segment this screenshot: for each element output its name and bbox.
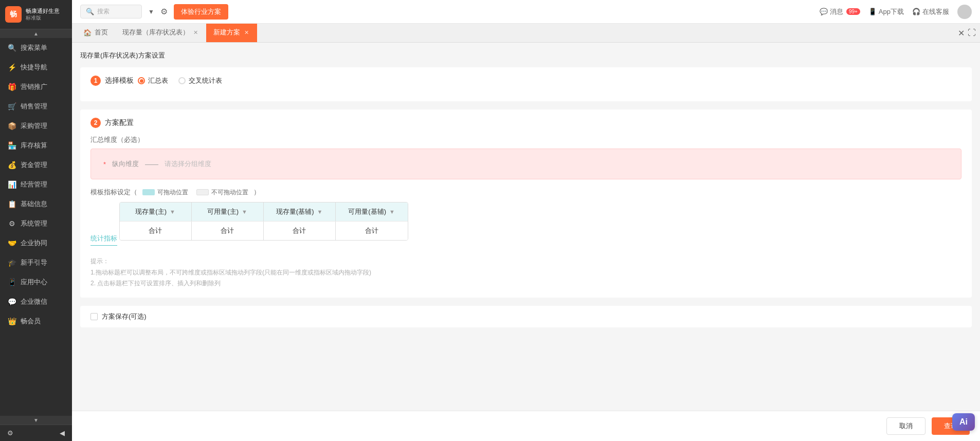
- stats-col-1[interactable]: 可用量(主) ▼: [192, 203, 264, 221]
- tab-expand-icon[interactable]: ⛶: [968, 28, 976, 38]
- sidebar-item-sales[interactable]: 🛒 销售管理: [0, 97, 72, 116]
- step2-title: 方案配置: [105, 118, 134, 127]
- step1-title: 选择模板: [105, 76, 134, 85]
- trial-btn[interactable]: 体验行业方案: [174, 4, 228, 20]
- messages-btn[interactable]: 💬 消息 99+: [820, 7, 860, 16]
- topbar-dropdown-btn[interactable]: ▼: [148, 8, 154, 15]
- radio-summary-label: 汇总表: [148, 76, 168, 85]
- stats-data-row: 合计 合计 合计 合计: [120, 221, 408, 240]
- radio-cross-circle: [178, 77, 186, 84]
- sidebar-icon-wechat: 💬: [7, 297, 16, 306]
- sidebar-label-guide: 新手引导: [21, 258, 47, 267]
- sidebar-footer: ⚙ ◀: [0, 425, 72, 441]
- sidebar-item-system[interactable]: ⚙ 系统管理: [0, 214, 72, 233]
- stats-col-2-label: 现存量(基辅): [276, 207, 314, 216]
- sidebar-item-operation[interactable]: 📊 经营管理: [0, 175, 72, 194]
- ai-button[interactable]: Ai: [952, 413, 975, 431]
- stats-header-row: 现存量(主) ▼ 可用量(主) ▼ 现存量(基辅) ▼: [120, 203, 408, 221]
- indicator-label-close: ）: [253, 188, 260, 197]
- sidebar-label-marketing: 营销推广: [21, 82, 47, 91]
- sidebar-scroll-up[interactable]: ▲: [0, 29, 72, 38]
- indicator-label-text: 模板指标设定（: [90, 188, 137, 197]
- topbar-search-box[interactable]: 🔍 搜索: [80, 5, 142, 19]
- sidebar-icon-sales: 🛒: [7, 102, 16, 111]
- app-download-btn[interactable]: 📱 App下载: [868, 7, 904, 16]
- tab-new-scheme-close-icon[interactable]: ✕: [243, 29, 250, 36]
- stats-data-0-value: 合计: [149, 226, 162, 235]
- separator: ——: [145, 160, 158, 168]
- radio-summary[interactable]: 汇总表: [138, 76, 168, 85]
- sidebar-icon-guide: 🎓: [7, 258, 16, 267]
- sidebar-icon-contract: 🤝: [7, 238, 16, 248]
- dimension-box[interactable]: * 纵向维度 —— 请选择分组维度: [90, 149, 961, 179]
- sidebar-label-sales: 销售管理: [21, 102, 47, 111]
- stats-table: 现存量(主) ▼ 可用量(主) ▼ 现存量(基辅) ▼: [119, 202, 408, 241]
- cancel-button[interactable]: 取消: [886, 417, 925, 435]
- stats-col-3[interactable]: 可用量(基辅) ▼: [336, 203, 408, 221]
- tab-new-scheme[interactable]: 新建方案 ✕: [206, 24, 257, 42]
- sidebar-item-guide[interactable]: 🎓 新手引导: [0, 253, 72, 272]
- sidebar-item-purchase[interactable]: 📦 采购管理: [0, 116, 72, 136]
- save-checkbox[interactable]: [90, 313, 98, 320]
- topbar-gear-icon[interactable]: ⚙: [160, 7, 168, 16]
- tabs-right-controls: ✕ ⛶: [958, 28, 976, 38]
- sidebar-item-quick-nav[interactable]: ⚡ 快捷导航: [0, 58, 72, 77]
- stats-col-1-dropdown[interactable]: ▼: [242, 209, 247, 215]
- stats-col-1-label: 可用量(主): [207, 207, 239, 216]
- sidebar-label-search: 搜索菜单: [21, 43, 47, 52]
- sidebar-icon-search: 🔍: [7, 43, 16, 52]
- sidebar-item-finance[interactable]: 💰 资金管理: [0, 155, 72, 175]
- sidebar-icon-inventory: 🏪: [7, 141, 16, 150]
- tab-home[interactable]: 🏠 首页: [76, 24, 115, 42]
- legend-draggable-label: 可拖动位置: [157, 188, 188, 197]
- sidebar-item-basic[interactable]: 📋 基础信息: [0, 194, 72, 214]
- messages-badge: 99+: [846, 8, 860, 15]
- tab-inventory-status[interactable]: 现存量（库存状况表） ✕: [115, 24, 206, 42]
- sidebar-item-search[interactable]: 🔍 搜索菜单: [0, 38, 72, 58]
- customer-service-btn[interactable]: 🎧 在线客服: [912, 7, 949, 16]
- stats-col-0-dropdown[interactable]: ▼: [170, 209, 175, 215]
- sidebar-item-appstore[interactable]: 📱 应用中心: [0, 272, 72, 292]
- customer-service-label: 在线客服: [922, 7, 949, 16]
- page-title: 现存量(库存状况表)方案设置: [80, 51, 972, 60]
- legend-draggable: 可拖动位置: [142, 188, 188, 197]
- sidebar-label-finance: 资金管理: [21, 160, 47, 170]
- sidebar-nav: 🔍 搜索菜单 ⚡ 快捷导航 🎁 营销推广 🛒 销售管理 📦 采购管理 🏪 库存核…: [0, 38, 72, 416]
- sidebar-item-member[interactable]: 👑 畅会员: [0, 311, 72, 331]
- sidebar-label-basic: 基础信息: [21, 199, 47, 209]
- sidebar-item-wechat[interactable]: 💬 企业微信: [0, 292, 72, 311]
- stats-col-0[interactable]: 现存量(主) ▼: [120, 203, 192, 221]
- sidebar-settings-icon[interactable]: ⚙: [7, 429, 13, 437]
- tab-home-label: 首页: [95, 28, 108, 37]
- sidebar-scroll-down[interactable]: ▼: [0, 416, 72, 425]
- sidebar-icon-marketing: 🎁: [7, 82, 16, 91]
- stats-data-3: 合计: [336, 222, 408, 240]
- sidebar-item-marketing[interactable]: 🎁 营销推广: [0, 77, 72, 97]
- stats-col-3-dropdown[interactable]: ▼: [389, 209, 395, 215]
- sidebar-label-purchase: 采购管理: [21, 121, 47, 131]
- radio-cross[interactable]: 交叉统计表: [178, 76, 222, 85]
- sidebar-label-contract: 企业协同: [21, 238, 47, 248]
- stats-data-0: 合计: [120, 222, 192, 240]
- app-download-label: App下载: [879, 7, 904, 16]
- sidebar-item-inventory[interactable]: 🏪 库存核算: [0, 136, 72, 155]
- stats-title: 统计指标: [90, 234, 117, 246]
- sidebar-item-contract[interactable]: 🤝 企业协同: [0, 233, 72, 253]
- tab-close-all-icon[interactable]: ✕: [958, 28, 965, 38]
- stats-data-2-value: 合计: [293, 226, 306, 235]
- sidebar-label-operation: 经营管理: [21, 180, 47, 189]
- topbar-right: 💬 消息 99+ 📱 App下载 🎧 在线客服: [820, 5, 972, 19]
- stats-data-1-value: 合计: [221, 226, 234, 235]
- user-avatar[interactable]: [957, 5, 972, 19]
- radio-summary-circle: [138, 77, 145, 84]
- stats-col-2-dropdown[interactable]: ▼: [317, 209, 323, 215]
- stats-col-2[interactable]: 现存量(基辅) ▼: [264, 203, 336, 221]
- footer-bar: 取消 查询: [72, 411, 980, 441]
- sidebar-icon-purchase: 📦: [7, 121, 16, 131]
- content-area: 现存量(库存状况表)方案设置 1 选择模板 汇总表 交叉统计表: [72, 43, 980, 411]
- stats-data-2: 合计: [264, 222, 336, 240]
- sidebar-collapse-icon[interactable]: ◀: [60, 429, 65, 437]
- template-section: 1 选择模板 汇总表 交叉统计表: [80, 67, 972, 101]
- tab-inventory-close-icon[interactable]: ✕: [192, 29, 199, 36]
- stats-data-3-value: 合计: [365, 226, 378, 235]
